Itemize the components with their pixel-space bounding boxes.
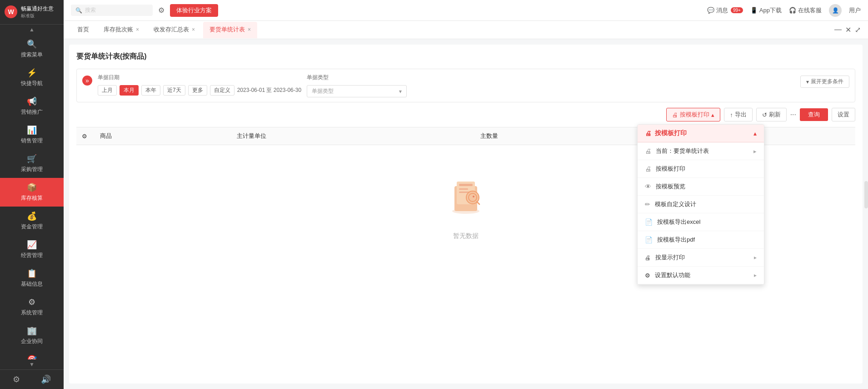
tab-batch-account[interactable]: 库存批次账 × [97, 22, 145, 38]
sidebar-item-label: 搜索菜单 [21, 51, 43, 59]
close-window-icon[interactable]: ✕ [845, 25, 851, 34]
date-range-display: 2023-06-01 至 2023-06-30 [237, 86, 301, 94]
message-icon: 💬 [707, 7, 714, 14]
expand-more-btn[interactable]: ▾ 展开更多条件 [800, 76, 849, 88]
template-custom-label: 模板自定义设计 [655, 200, 696, 208]
scroll-up-btn[interactable]: ▲ [0, 25, 64, 35]
app-name: 畅赢通好生意 标准版 [21, 5, 54, 19]
template-export-excel-label: 按模板导出excel [657, 218, 700, 226]
date-filter-group: 单据日期 上月 本月 本年 近7天 更多 自定义 2023-06-01 至 20… [98, 74, 301, 96]
tab-receipt-summary[interactable]: 收发存汇总表 × [147, 22, 201, 38]
sidebar-item-system[interactable]: ⚙ 系统管理 [0, 293, 64, 321]
sidebar-item-label: 经营管理 [21, 252, 43, 259]
date-btn-current-year[interactable]: 本年 [141, 85, 160, 96]
svg-rect-3 [459, 184, 473, 186]
more-options-btn[interactable]: ··· [790, 111, 796, 119]
template-export-pdf-label: 按模板导出pdf [657, 236, 695, 244]
chevron-right-icon: ▸ [754, 272, 757, 278]
page-title: 要货单统计表(按商品) [76, 52, 855, 61]
sidebar-item-enterprise[interactable]: 🏢 企业协同 [0, 321, 64, 350]
logo-icon: W [5, 5, 17, 18]
sidebar-item-inventory[interactable]: 📦 库存核算 [0, 178, 64, 207]
default-setting-icon: ⚙ [645, 272, 650, 279]
excel-icon: 📄 [645, 218, 653, 226]
tab-close-btn[interactable]: × [248, 26, 251, 33]
sidebar-item-quick-nav[interactable]: ⚡ 快捷导航 [0, 63, 64, 92]
maximize-icon[interactable]: ⤢ [855, 25, 861, 34]
online-service-btn[interactable]: 🎧 在线客服 [789, 6, 822, 15]
tab-home[interactable]: 首页 [71, 22, 95, 38]
tab-close-btn[interactable]: × [192, 26, 195, 33]
tab-label: 收发存汇总表 [154, 25, 189, 34]
sales-icon: 📊 [27, 125, 37, 135]
expand-label: 展开更多条件 [811, 78, 843, 86]
export-icon: ↑ [730, 111, 733, 118]
col-settings[interactable]: ⚙ [76, 127, 95, 145]
dropdown-chevron-up-icon[interactable]: ▴ [753, 130, 757, 137]
scroll-down-btn[interactable]: ▼ [0, 359, 64, 369]
sidebar-item-finance[interactable]: 💰 资金管理 [0, 207, 64, 235]
template-print-item[interactable]: 🖨 按模板打印 [638, 160, 764, 178]
app-download-btn[interactable]: 📱 App下载 [750, 6, 782, 15]
tab-order-stats[interactable]: 要货单统计表 × [203, 22, 257, 38]
chevron-down-icon: ▾ [399, 88, 402, 95]
display-print-label: 按显示打印 [655, 253, 685, 262]
resize-handle[interactable] [864, 181, 868, 208]
tab-label: 库存批次账 [104, 25, 133, 34]
sidebar-item-purchase[interactable]: 🛒 采购管理 [0, 149, 64, 178]
col-unit: 主计量单位 [231, 127, 475, 145]
sidebar-item-search[interactable]: 🔍 搜索菜单 [0, 35, 64, 63]
chevron-down-icon: ▾ [806, 79, 809, 85]
query-button[interactable]: 查询 [800, 108, 828, 121]
display-print-section[interactable]: 🖨 按显示打印 ▸ [638, 249, 764, 267]
col-quantity: 主数量 [475, 127, 647, 145]
audio-footer-btn[interactable]: 🔊 [41, 374, 51, 384]
tab-close-btn[interactable]: × [136, 26, 139, 33]
topbar-right: 💬 消息 99+ 📱 App下载 🎧 在线客服 👤 用户 [707, 4, 861, 17]
export-btn[interactable]: ↑ 导出 [724, 108, 753, 121]
bill-type-select[interactable]: 单据类型 ▾ [307, 85, 407, 97]
template-preview-label: 按模板预览 [656, 182, 685, 191]
template-custom-item[interactable]: ✏ 模板自定义设计 [638, 196, 764, 213]
current-template-item[interactable]: 🖨 当前：要货单统计表 ▸ [638, 142, 764, 160]
app-icon: 📱 [750, 7, 758, 14]
topbar-gear-btn[interactable]: ⚙ [158, 6, 165, 15]
sidebar-item-marketing[interactable]: 📢 营销推广 [0, 92, 64, 121]
template-export-pdf-item[interactable]: 📄 按模板导出pdf [638, 231, 764, 249]
tab-home-label: 首页 [77, 25, 89, 34]
sidebar-item-sales[interactable]: 📊 销售管理 [0, 121, 64, 149]
setting-button[interactable]: 设置 [832, 108, 855, 121]
sidebar-item-newcomer[interactable]: 🎯 新手引导 [0, 350, 64, 359]
search-input[interactable]: 🔍 搜索 [71, 5, 153, 16]
sidebar-footer: ⚙ 🔊 [0, 369, 64, 389]
finance-icon: 💰 [27, 211, 37, 221]
date-btn-prev-month[interactable]: 上月 [98, 85, 117, 96]
filter-toggle-btn[interactable]: » [82, 76, 92, 86]
message-btn[interactable]: 💬 消息 99+ [707, 6, 743, 15]
date-btn-current-month[interactable]: 本月 [120, 85, 139, 96]
avatar[interactable]: 👤 [829, 4, 842, 17]
industry-solution-button[interactable]: 体验行业方案 [170, 4, 218, 17]
newcomer-icon: 🎯 [27, 354, 37, 359]
sidebar-item-basic-info[interactable]: 📋 基础信息 [0, 264, 64, 293]
sidebar: W 畅赢通好生意 标准版 ▲ 🔍 搜索菜单 ⚡ 快捷导航 📢 营销推广 📊 销售… [0, 0, 64, 389]
print-dropdown-title: 按模板打印 [655, 129, 687, 137]
settings-footer-btn[interactable]: ⚙ [13, 374, 20, 384]
refresh-btn[interactable]: ↺ 刷新 [756, 108, 787, 121]
minimize-icon[interactable]: — [834, 25, 842, 34]
sidebar-item-operations[interactable]: 📈 经营管理 [0, 235, 64, 264]
user-name: 用户 [849, 6, 861, 15]
default-setting-section[interactable]: ⚙ 设置默认功能 ▸ [638, 267, 764, 284]
template-preview-item[interactable]: 👁 按模板预览 [638, 178, 764, 196]
print-icon: 🖨 [645, 165, 651, 172]
date-btn-more[interactable]: 更多 [188, 85, 207, 96]
template-export-excel-item[interactable]: 📄 按模板导出excel [638, 213, 764, 231]
sidebar-item-label: 企业协同 [21, 338, 43, 345]
date-btn-7days[interactable]: 近7天 [163, 85, 185, 96]
sidebar-item-label: 销售管理 [21, 137, 43, 145]
sidebar-item-label: 基础信息 [21, 280, 43, 288]
date-btn-custom[interactable]: 自定义 [210, 85, 234, 96]
app-logo: W 畅赢通好生意 标准版 [0, 0, 64, 25]
default-setting-label: 设置默认功能 [655, 271, 690, 279]
print-template-btn[interactable]: 🖨 按模板打印 ▴ [666, 108, 720, 121]
